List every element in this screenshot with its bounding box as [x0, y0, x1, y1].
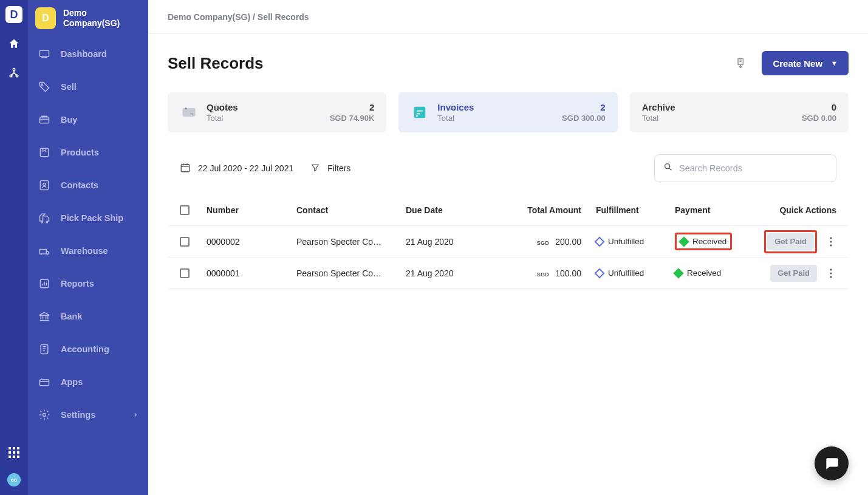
sidebar-item-label: Products — [61, 148, 99, 157]
date-range-filter[interactable]: 22 Jul 2020 - 22 Jul 2021 — [180, 162, 293, 175]
sidebar-item-sell[interactable]: Sell — [28, 70, 148, 103]
kebab-icon[interactable] — [825, 234, 836, 249]
row-checkbox[interactable] — [180, 237, 190, 247]
cell-payment: Received — [692, 237, 726, 246]
sidebar-item-warehouse[interactable]: Warehouse — [28, 234, 148, 267]
svg-point-2 — [16, 75, 18, 77]
app-logo[interactable]: D — [5, 6, 22, 23]
sidebar-item-label: Sell — [61, 82, 77, 92]
reports-icon — [38, 277, 51, 290]
header-due: Due Date — [406, 205, 514, 215]
company-name: Demo Company(SG) — [63, 8, 141, 29]
kebab-icon[interactable] — [825, 266, 836, 281]
export-icon[interactable] — [734, 56, 748, 70]
cell-currency: SGD — [537, 240, 549, 246]
sidebar-item-bank[interactable]: Bank — [28, 300, 148, 333]
svg-rect-23 — [40, 380, 49, 386]
action-highlight: Get Paid — [764, 230, 817, 253]
card-sub: Total — [207, 114, 238, 123]
search-input[interactable] — [679, 163, 827, 173]
card-title: Invoices — [437, 102, 474, 112]
select-all-checkbox[interactable] — [180, 205, 190, 215]
buy-icon — [38, 113, 51, 126]
search-box[interactable] — [654, 154, 836, 182]
header-payment: Payment — [675, 205, 760, 215]
cell-amount: 200.00 — [555, 237, 581, 247]
svg-rect-6 — [9, 451, 11, 454]
sidebar-item-contacts[interactable]: Contacts — [28, 169, 148, 202]
sidebar: D Demo Company(SG) Dashboard Sell Buy Pr… — [28, 0, 148, 495]
invoices-icon — [411, 103, 429, 121]
header-number: Number — [207, 205, 296, 215]
sidebar-item-accounting[interactable]: Accounting — [28, 333, 148, 366]
card-amount: SGD 0.00 — [802, 114, 836, 123]
diamond-outline-icon — [595, 236, 605, 247]
user-avatar-mini[interactable]: cc — [7, 473, 21, 486]
sidebar-item-dashboard[interactable]: Dashboard — [28, 38, 148, 70]
table-row[interactable]: 0000001 Pearson Specter Co… 21 Aug 2020 … — [168, 258, 849, 289]
cell-due: 21 Aug 2020 — [406, 268, 514, 278]
row-checkbox[interactable] — [180, 268, 190, 278]
summary-card-quotes[interactable]: ❝❞ Quotes Total 2 SGD 74.90K — [168, 92, 386, 132]
sidebar-item-products[interactable]: Products — [28, 136, 148, 169]
diamond-outline-icon — [595, 268, 605, 278]
card-count: 0 — [802, 102, 836, 112]
header-actions: Quick Actions — [760, 205, 836, 215]
date-range-label: 22 Jul 2020 - 22 Jul 2021 — [198, 163, 293, 173]
svg-point-19 — [46, 221, 48, 223]
summary-card-archive[interactable]: Archive Total 0 SGD 0.00 — [630, 92, 849, 132]
table-row[interactable]: 0000002 Pearson Specter Co… 21 Aug 2020 … — [168, 226, 849, 258]
quotes-icon: ❝❞ — [180, 103, 198, 121]
filters-button[interactable]: Filters — [310, 163, 350, 174]
svg-rect-20 — [40, 250, 47, 254]
app-grid-icon[interactable] — [5, 444, 22, 461]
svg-text:❞: ❞ — [190, 112, 193, 118]
payment-highlight: Received — [675, 233, 732, 250]
svg-point-18 — [41, 221, 43, 223]
sidebar-item-label: Apps — [61, 377, 83, 387]
create-new-button[interactable]: Create New ▼ — [762, 51, 849, 75]
svg-rect-12 — [40, 50, 49, 56]
svg-point-38 — [830, 276, 832, 278]
chat-fab[interactable] — [815, 446, 849, 480]
sell-icon — [38, 80, 51, 94]
cell-due: 21 Aug 2020 — [406, 237, 514, 247]
header-contact: Contact — [296, 205, 406, 215]
cell-fulfil: Unfulfilled — [608, 237, 644, 246]
card-count: 2 — [330, 102, 375, 112]
home-icon[interactable] — [5, 35, 22, 52]
products-icon — [38, 146, 51, 159]
svg-rect-11 — [17, 456, 19, 458]
header-fulfil: Fulfillment — [596, 205, 675, 215]
cell-contact: Pearson Specter Co… — [296, 268, 406, 278]
company-switcher[interactable]: D Demo Company(SG) — [28, 0, 148, 38]
main-content: Demo Company(SG) / Sell Records Sell Rec… — [148, 0, 868, 495]
sidebar-item-buy[interactable]: Buy — [28, 103, 148, 136]
svg-rect-10 — [13, 456, 15, 458]
page-title: Sell Records — [168, 54, 264, 73]
sidebar-item-label: Accounting — [61, 344, 109, 354]
svg-rect-3 — [9, 447, 11, 449]
settings-icon — [38, 408, 51, 422]
chevron-down-icon: ▼ — [831, 60, 838, 67]
pick-pack-ship-icon — [38, 211, 51, 225]
org-tree-icon[interactable] — [5, 64, 22, 81]
search-icon — [663, 162, 673, 174]
bank-icon — [38, 310, 51, 323]
sidebar-item-pick-pack-ship[interactable]: Pick Pack Ship — [28, 202, 148, 234]
get-paid-button[interactable]: Get Paid — [770, 265, 817, 282]
get-paid-button[interactable]: Get Paid — [767, 233, 814, 250]
summary-card-invoices[interactable]: Invoices Total 2 SGD 300.00 — [398, 92, 617, 132]
svg-point-32 — [665, 164, 670, 169]
sidebar-item-reports[interactable]: Reports — [28, 267, 148, 300]
svg-point-37 — [830, 272, 832, 274]
sidebar-item-label: Buy — [61, 115, 77, 125]
card-count: 2 — [562, 102, 606, 112]
filter-icon — [310, 163, 320, 174]
dashboard-icon — [38, 47, 51, 61]
svg-point-34 — [830, 241, 832, 242]
sidebar-item-settings[interactable]: Settings — [28, 398, 148, 431]
cell-number: 0000001 — [207, 268, 296, 278]
sidebar-item-apps[interactable]: Apps — [28, 366, 148, 398]
svg-rect-29 — [414, 107, 426, 118]
